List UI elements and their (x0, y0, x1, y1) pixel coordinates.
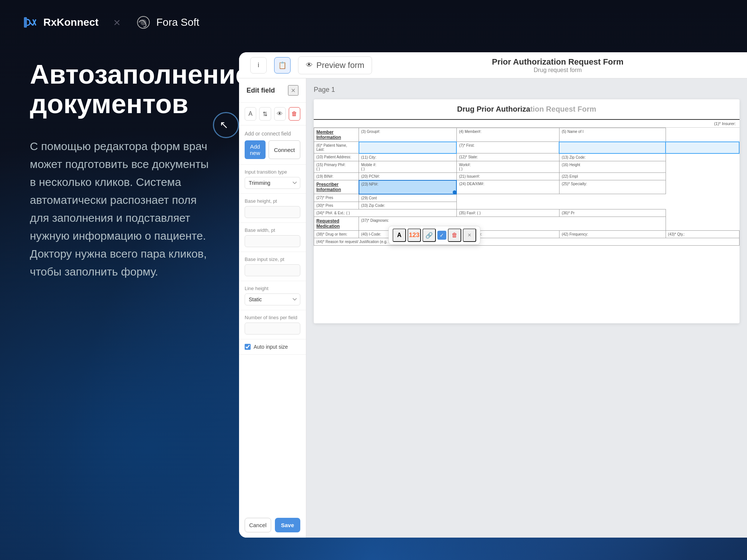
member-field-cell: (4) Member#: (456, 128, 559, 142)
member-info-cell: Member Information (314, 128, 359, 142)
svg-rect-0 (24, 17, 27, 28)
primary-ph-label: (15) Primary Ph#: ( ) (314, 161, 359, 172)
left-content: Автозаполнение документов С помощью реда… (30, 60, 217, 281)
table-row: (19) BIN#: (20) PCN#: (21) Issuer#: (22)… (314, 172, 740, 180)
table-row: Requested Medication (37)* Diagnoses: (314, 217, 740, 230)
align-toolbar-btn[interactable]: ⇅ (259, 107, 271, 121)
edit-field-toolbar: A ⇅ 👁 🗑 (239, 103, 306, 125)
connect-button[interactable]: Connect (269, 140, 301, 159)
rxkonnect-label: RxKonnect (43, 16, 99, 28)
delete-toolbar-btn[interactable]: 🗑 (289, 107, 300, 121)
num-lines-label: Number of lines per field (245, 315, 300, 320)
height-label: (16) Height (559, 161, 666, 172)
insurer-field-label: (1)* Insurer: (714, 121, 736, 126)
auto-input-size-checkbox[interactable] (245, 344, 251, 350)
table-row: Prescriber Information (23) NPI#: (24) D… (314, 180, 740, 194)
cancel-button[interactable]: Cancel (245, 518, 271, 532)
form-title-center: Prior Authorization Request Form Drug re… (379, 57, 736, 74)
first-label: (7)* First: (456, 142, 559, 153)
panel-actions: Cancel Save (239, 513, 306, 538)
form-document-title: Drug Prior Authorization Request Form (314, 99, 740, 120)
add-new-button[interactable]: Add new (245, 140, 266, 159)
table-row: (34)* Ph#. & Ext.: ( ) (35) Fax#: ( ) (3… (314, 209, 740, 217)
logo-rxkonnect: RxKonnect (22, 14, 99, 31)
name-of-field-cell: (5) Name of I (559, 128, 666, 142)
forasoft-label: Fora Soft (156, 16, 199, 28)
line-height-label: Line height (245, 286, 300, 291)
npi-selected-cell[interactable]: (23) NPI#: (359, 180, 457, 194)
patient-last-input-cell (359, 142, 457, 153)
number-format-btn[interactable]: 123 (407, 228, 421, 242)
info-icon-btn[interactable]: i (250, 57, 267, 74)
trash-format-icon: 🗑 (452, 232, 458, 239)
link-icon: 🔗 (425, 232, 433, 239)
base-input-size-input[interactable] (245, 264, 300, 276)
panel-content: Edit field × A ⇅ 👁 🗑 Add or connect fiel (239, 78, 747, 538)
base-height-input[interactable] (245, 206, 300, 218)
patient-last-label: (6)* Patient Name, Last: (314, 142, 359, 153)
address-label: (10) Patient Address: (314, 153, 359, 161)
add-connect-label: Add or connect field (245, 131, 300, 137)
preview-form-label: Preview form (316, 60, 364, 70)
first-input-cell (559, 142, 666, 153)
checkbox-format-btn[interactable]: ✓ (437, 231, 446, 240)
main-title: Автозаполнение документов (30, 60, 217, 119)
document-icon: 📋 (278, 61, 286, 69)
mobile-label: Mobile #: ( ) (359, 161, 457, 172)
description-text: С помощью редактора форм врач может подг… (30, 137, 217, 281)
zip-label: (13) Zip Code: (559, 153, 666, 161)
form-preview-area: Page 1 Drug Prior Authorization Request … (306, 78, 747, 538)
close-format-btn[interactable]: × (463, 228, 476, 242)
fax-label: (35) Fax#: ( ) (456, 209, 559, 217)
input-transition-select[interactable]: Trimming (245, 177, 300, 189)
edit-field-title: Edit field (247, 87, 275, 94)
form-title-main: Prior Authorization Request Form (379, 57, 736, 67)
eye-toolbar-btn[interactable]: 👁 (274, 107, 286, 121)
base-height-section: Base height, pt (239, 194, 306, 223)
add-connect-section: Add or connect field Add new Connect (239, 125, 306, 165)
empl-label: (22) Empl (559, 172, 666, 180)
panel-topbar: i 📋 👁 Preview form Prior Authorization R… (239, 52, 747, 78)
close-edit-field-button[interactable]: × (288, 85, 298, 96)
ph-fax-ext-label: (34)* Ph#. & Ext.: ( ) (314, 209, 457, 217)
logo-forasoft: Fora Soft (135, 14, 199, 31)
header-bar: RxKonnect × Fora Soft (0, 0, 747, 45)
document-icon-btn[interactable]: 📋 (274, 57, 291, 74)
drug-item-label: (38)* Drug or Item: (314, 230, 359, 238)
number-icon: 123 (409, 231, 419, 239)
input-transition-section: Input transition type Trimming (239, 165, 306, 194)
base-width-input[interactable] (245, 235, 300, 247)
delete-format-btn[interactable]: 🗑 (448, 228, 461, 242)
auto-input-size-label: Auto input size (254, 344, 288, 350)
visible-icon: 👁 (277, 111, 283, 117)
save-button[interactable]: Save (275, 518, 301, 532)
form-document: Drug Prior Authorization Request Form (1… (314, 99, 740, 323)
cursor-indicator: ↖ (213, 112, 239, 138)
line-height-select[interactable]: Static (245, 293, 300, 305)
pr36-label: (36)* Pr (559, 209, 666, 217)
form-title-sub: Drug request form (379, 67, 736, 74)
edit-field-panel: Edit field × A ⇅ 👁 🗑 Add or connect fiel (239, 78, 306, 538)
cont-label: (29) Cont (359, 194, 457, 202)
table-row: (38)* Drug or Item: (40) I-Code: (41)* D… (314, 230, 740, 238)
eye-icon: 👁 (306, 61, 313, 69)
num-lines-input[interactable] (245, 323, 300, 335)
table-row: (10) Patient Address: (11) City: (12)* S… (314, 153, 740, 161)
input-transition-label: Input transition type (245, 169, 300, 175)
font-toolbar-btn[interactable]: A (245, 107, 256, 121)
check-icon: ✓ (440, 232, 444, 238)
base-width-section: Base width, pt (239, 223, 306, 252)
base-input-size-label: Base input size, pt (245, 256, 300, 262)
trash-icon: 🗑 (291, 111, 297, 117)
qty-label: (43)* Qty.: (666, 230, 739, 238)
right-panel: i 📋 👁 Preview form Prior Authorization R… (239, 52, 747, 538)
num-lines-section: Number of lines per field (239, 310, 306, 339)
forasoft-icon (135, 14, 152, 31)
base-input-size-section: Base input size, pt (239, 252, 306, 281)
align-icon: ⇅ (263, 111, 267, 118)
link-format-btn[interactable]: 🔗 (422, 228, 436, 242)
text-format-btn[interactable]: A (393, 228, 406, 242)
edit-field-header: Edit field × (239, 78, 306, 103)
preview-form-button[interactable]: 👁 Preview form (298, 56, 372, 74)
initial-input-cell (666, 142, 739, 153)
